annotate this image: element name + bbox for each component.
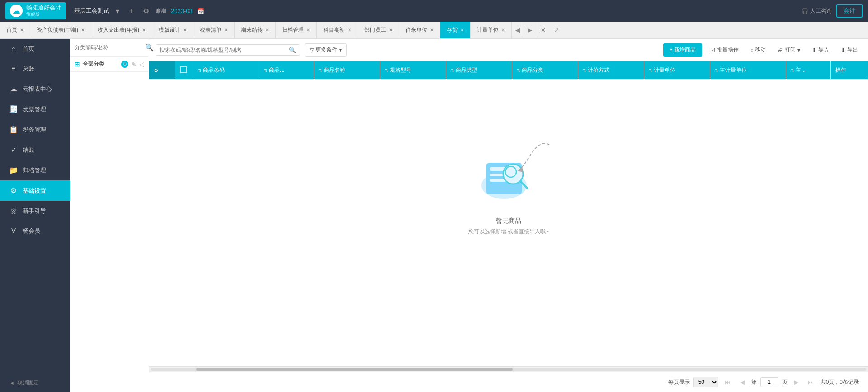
per-page-select[interactable]: 50 10 20 100 [693, 377, 718, 387]
tab-balance-sheet[interactable]: 资产负债表(中期) ✕ [30, 22, 91, 38]
col-settings[interactable]: ⚙ [149, 61, 175, 79]
tab-scroll-left[interactable]: ◀ [512, 22, 524, 38]
period-label: 账期 [156, 7, 166, 15]
import-icon: ⬆ [812, 47, 816, 53]
tab-income-close[interactable]: ✕ [142, 28, 146, 33]
category-search-input[interactable] [75, 44, 142, 51]
sidebar-item-tax[interactable]: 📋 税务管理 [0, 119, 70, 140]
tab-contacts-close[interactable]: ✕ [430, 28, 434, 33]
filter-btn[interactable]: ▽ 更多条件 ▾ [305, 43, 347, 57]
tab-subject-initial[interactable]: 科目期初 ✕ [317, 22, 358, 38]
grid-icon[interactable]: ⊞ [75, 61, 80, 68]
col-code[interactable]: 商品... [259, 61, 314, 79]
import-btn[interactable]: ⬆ 导入 [808, 44, 833, 56]
filter-chevron: ▾ [339, 47, 342, 53]
sidebar-item-settings[interactable]: ⚙ 基础设置 [0, 180, 70, 201]
tab-bar: 首页 ✕ 资产负债表(中期) ✕ 收入支出表(年报) ✕ 模版设计 ✕ 税表清单… [0, 22, 868, 39]
print-dropdown[interactable]: ▾ [797, 47, 800, 53]
page-suffix: 页 [782, 378, 788, 386]
sidebar-item-member[interactable]: V 畅会员 [0, 221, 70, 241]
empty-title: 暂无商品 [496, 217, 521, 225]
empty-illustration [441, 131, 576, 213]
scrollbar-track [151, 368, 866, 371]
category-all-label: 全部分类 [83, 60, 118, 68]
add-tab-btn[interactable]: ＋ [126, 6, 137, 16]
tab-archive-close[interactable]: ✕ [307, 28, 310, 33]
sidebar-item-reports[interactable]: ☁ 云报表中心 [0, 79, 70, 99]
batch-btn[interactable]: ☑ 批量操作 [707, 44, 742, 56]
scrollbar-thumb[interactable] [196, 368, 513, 371]
category-header: ⊞ 全部分类 ① ✎ ◁ [70, 57, 149, 72]
page-input[interactable] [760, 377, 778, 387]
tab-home-label: 首页 [6, 26, 17, 34]
tab-home-close[interactable]: ✕ [20, 28, 24, 33]
export-icon: ⬇ [841, 47, 845, 53]
tab-department-close[interactable]: ✕ [389, 28, 392, 33]
settings-btn[interactable]: ⚙ [141, 7, 151, 15]
export-btn[interactable]: ⬇ 导出 [837, 44, 862, 56]
col-unit[interactable]: 计量单位 [644, 61, 710, 79]
col-barcode[interactable]: 商品条码 [193, 61, 259, 79]
tab-period-transfer[interactable]: 期末结转 ✕ [235, 22, 276, 38]
tab-unit[interactable]: 计量单位 ✕ [471, 22, 512, 38]
product-search-icon[interactable]: 🔍 [289, 47, 296, 53]
page-first-btn[interactable]: ⏮ [722, 378, 734, 387]
tab-subject-close[interactable]: ✕ [348, 28, 351, 33]
page-prev-btn[interactable]: ◀ [737, 378, 748, 387]
col-spec[interactable]: 规格型号 [380, 61, 446, 79]
col-pricing[interactable]: 计价方式 [578, 61, 644, 79]
sidebar-item-checkout[interactable]: ✓ 结账 [0, 140, 70, 160]
page-label: 第 [751, 378, 757, 386]
tab-contacts-label: 往来单位 [406, 26, 427, 34]
tab-income[interactable]: 收入支出表(年报) ✕ [91, 22, 152, 38]
col-category[interactable]: 商品分类 [512, 61, 578, 79]
print-btn[interactable]: 🖨 打印 ▾ [774, 44, 804, 56]
import-label: 导入 [818, 46, 829, 54]
category-collapse-icon[interactable]: ◁ [139, 61, 144, 68]
sidebar-cancel-fixed[interactable]: ◄ 取消固定 [0, 373, 70, 392]
account-button[interactable]: 会计 [836, 4, 863, 18]
tab-inventory[interactable]: 存货 ✕ [440, 22, 471, 38]
sidebar-item-ledger[interactable]: ≡ 总账 [0, 59, 70, 79]
category-settings-icon[interactable]: ✎ [131, 61, 137, 68]
tab-balance-close[interactable]: ✕ [81, 28, 85, 33]
move-btn[interactable]: ↕ 移动 [747, 44, 769, 56]
calendar-icon[interactable]: 📅 [197, 8, 204, 14]
tab-inventory-close[interactable]: ✕ [460, 28, 464, 33]
tab-contacts[interactable]: 往来单位 ✕ [399, 22, 440, 38]
batch-label: 批量操作 [717, 46, 739, 54]
tab-template[interactable]: 模版设计 ✕ [152, 22, 193, 38]
tab-expand[interactable]: ⤢ [550, 22, 562, 38]
tab-scroll-right[interactable]: ▶ [524, 22, 536, 38]
tab-template-close[interactable]: ✕ [183, 28, 187, 33]
sidebar-item-archive[interactable]: 📁 归档管理 [0, 160, 70, 180]
col-main-unit[interactable]: 主计量单位 [710, 61, 786, 79]
ledger-icon: ≡ [9, 65, 18, 73]
col-main-abbr[interactable]: 主... [786, 61, 831, 79]
col-type[interactable]: 商品类型 [446, 61, 512, 79]
sidebar-item-invoice[interactable]: 🧾 发票管理 [0, 99, 70, 119]
tab-period-close[interactable]: ✕ [265, 28, 269, 33]
page-next-btn[interactable]: ▶ [791, 378, 802, 387]
move-icon: ↕ [750, 47, 753, 53]
tab-home[interactable]: 首页 ✕ [0, 22, 30, 38]
select-all-checkbox[interactable] [180, 66, 187, 73]
horizontal-scrollbar[interactable] [149, 366, 868, 372]
company-dropdown-btn[interactable]: ▾ [114, 7, 121, 15]
page-last-btn[interactable]: ⏭ [805, 378, 817, 387]
tab-tax-close[interactable]: ✕ [224, 28, 228, 33]
tab-tax[interactable]: 税表清单 ✕ [193, 22, 235, 38]
tab-close-all[interactable]: ✕ [536, 22, 550, 38]
tab-unit-close[interactable]: ✕ [501, 28, 505, 33]
tab-department[interactable]: 部门员工 ✕ [358, 22, 399, 38]
add-product-btn[interactable]: + 新增商品 [663, 43, 702, 57]
col-checkbox[interactable] [175, 61, 193, 79]
sidebar-item-home[interactable]: ⌂ 首页 [0, 39, 70, 59]
product-search-input[interactable] [160, 47, 286, 53]
sidebar-settings-label: 基础设置 [23, 187, 46, 195]
customer-service-btn[interactable]: 🎧 人工咨询 [802, 7, 832, 15]
tab-archive[interactable]: 归档管理 ✕ [276, 22, 317, 38]
category-badge[interactable]: ① [121, 61, 128, 68]
sidebar-item-guide[interactable]: ◎ 新手引导 [0, 201, 70, 221]
col-name[interactable]: 商品名称 [314, 61, 380, 79]
